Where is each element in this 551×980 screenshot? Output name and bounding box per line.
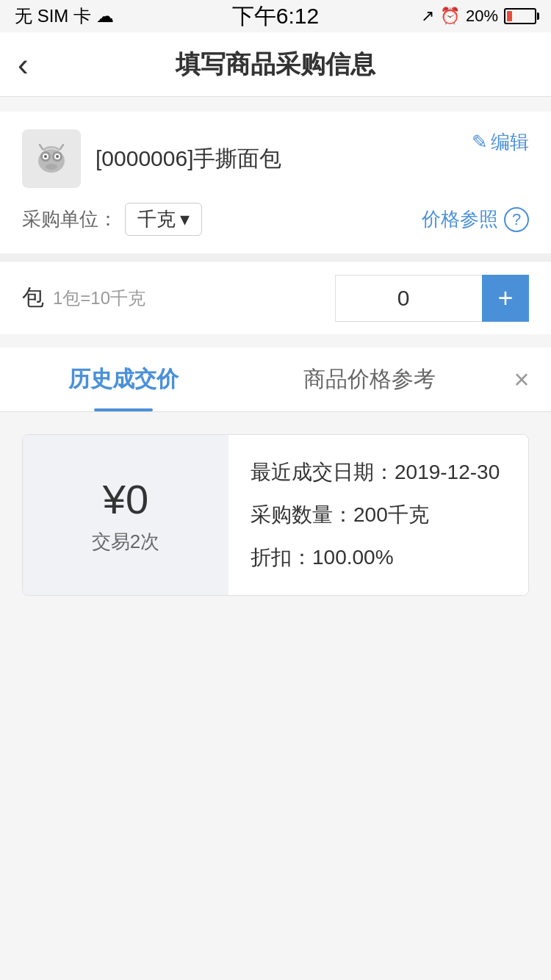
purchase-qty-label: 采购数量： <box>251 503 353 526</box>
quantity-row: 包 1包=10千克 + <box>0 261 551 334</box>
discount-label: 折扣： <box>251 546 312 569</box>
dropdown-icon: ▾ <box>180 208 190 231</box>
recent-date-value: 2019-12-30 <box>395 461 500 483</box>
alarm-icon: ⏰ <box>440 7 460 26</box>
price-details-right: 最近成交日期：2019-12-30 采购数量：200千克 折扣：100.00% <box>228 435 528 595</box>
quantity-unit-main: 包 <box>22 283 44 313</box>
recent-date-label: 最近成交日期： <box>251 461 395 483</box>
quantity-input[interactable] <box>335 275 482 322</box>
product-info: [0000006]手撕面包 <box>22 129 472 188</box>
price-ref-label: 价格参照 <box>422 206 498 232</box>
tab-close-button[interactable]: × <box>492 364 551 395</box>
svg-point-5 <box>44 155 47 158</box>
discount-value: 100.00% <box>312 546 394 569</box>
discount-row: 折扣：100.00% <box>251 542 506 573</box>
product-header: [0000006]手撕面包 ✎ 编辑 <box>22 129 529 188</box>
product-logo <box>29 140 73 177</box>
battery-fill <box>507 11 512 21</box>
recent-date-row: 最近成交日期：2019-12-30 <box>251 457 506 488</box>
status-left: 无 SIM 卡 ☁ <box>15 4 114 28</box>
price-summary-left: ¥0 交易2次 <box>23 435 228 595</box>
svg-point-6 <box>56 155 59 158</box>
quantity-control: + <box>335 275 529 322</box>
tab-history-price[interactable]: 历史成交价 <box>0 347 246 411</box>
transaction-count: 交易2次 <box>92 529 159 555</box>
price-amount: ¥0 <box>103 475 148 523</box>
back-button[interactable]: ‹ <box>18 46 29 83</box>
price-card: ¥0 交易2次 最近成交日期：2019-12-30 采购数量：200千克 折扣：… <box>22 434 529 596</box>
tab-reference-label: 商品价格参考 <box>303 364 436 394</box>
status-right: ↗ ⏰ 20% <box>421 7 536 26</box>
close-icon: × <box>514 364 529 395</box>
unit-label: 采购单位： <box>22 206 118 232</box>
location-icon: ↗ <box>421 7 434 26</box>
page-title: 填写商品采购信息 <box>176 48 375 82</box>
status-bar: 无 SIM 卡 ☁ 下午6:12 ↗ ⏰ 20% <box>0 0 551 32</box>
tab-history-label: 历史成交价 <box>68 364 179 394</box>
product-thumbnail <box>22 129 81 188</box>
network-status: 无 SIM 卡 ☁ <box>15 4 114 28</box>
purchase-qty-row: 采购数量：200千克 <box>251 500 506 530</box>
quantity-plus-button[interactable]: + <box>482 275 529 322</box>
separator <box>0 253 551 261</box>
battery-percent: 20% <box>466 7 498 26</box>
tab-section: 历史成交价 商品价格参考 × ¥0 交易2次 最近成交日期：2019-12-30… <box>0 347 551 618</box>
status-time: 下午6:12 <box>232 1 319 32</box>
edit-icon: ✎ <box>472 131 488 154</box>
quantity-label: 包 1包=10千克 <box>22 283 145 313</box>
plus-icon: + <box>497 283 513 314</box>
battery-indicator <box>504 8 536 24</box>
product-card: [0000006]手撕面包 ✎ 编辑 采购单位： 千克 ▾ 价格参照 ? <box>0 112 551 253</box>
unit-selector[interactable]: 千克 ▾ <box>125 203 202 236</box>
help-icon: ? <box>504 207 529 232</box>
quantity-unit-box: 包 <box>22 283 44 313</box>
tab-content-history: ¥0 交易2次 最近成交日期：2019-12-30 采购数量：200千克 折扣：… <box>0 412 551 618</box>
nav-bar: ‹ 填写商品采购信息 <box>0 32 551 97</box>
price-reference-button[interactable]: 价格参照 ? <box>422 206 529 232</box>
edit-label: 编辑 <box>491 129 529 155</box>
unit-value: 千克 <box>137 206 176 232</box>
tab-product-reference[interactable]: 商品价格参考 <box>246 347 492 411</box>
tab-active-indicator <box>94 408 153 411</box>
tab-bar: 历史成交价 商品价格参考 × <box>0 347 551 412</box>
svg-point-7 <box>46 164 57 170</box>
unit-left: 采购单位： 千克 ▾ <box>22 203 202 236</box>
back-icon: ‹ <box>18 46 29 83</box>
quantity-unit-sub: 1包=10千克 <box>53 287 145 310</box>
product-name: [0000006]手撕面包 <box>96 144 281 174</box>
purchase-qty-value: 200千克 <box>353 503 429 526</box>
product-unit-row: 采购单位： 千克 ▾ 价格参照 ? <box>22 203 529 236</box>
edit-button[interactable]: ✎ 编辑 <box>472 129 529 155</box>
